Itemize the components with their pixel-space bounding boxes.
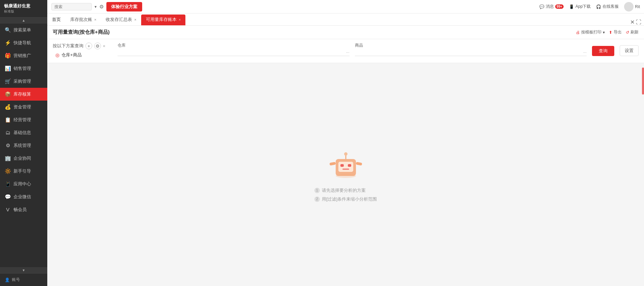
sidebar-label-shortcut: 快捷导航 xyxy=(14,40,31,46)
warehouse-input[interactable] xyxy=(118,50,344,55)
filter-scheme-label: 按以下方案查询 xyxy=(53,43,83,49)
tab-available-ledger[interactable]: 可用量库存账本 × xyxy=(141,15,185,25)
sidebar-label-member: 畅会员 xyxy=(14,207,27,213)
sidebar-icon-shortcut: ⚡ xyxy=(5,40,11,46)
user-avatar-icon: 👤 xyxy=(5,278,10,282)
topbar-user-avatar[interactable]: Rit xyxy=(624,2,640,11)
tab-home[interactable]: 首页 xyxy=(47,15,66,25)
topbar-app-download[interactable]: 📱 App下载 xyxy=(569,4,591,9)
topbar-online-service[interactable]: 🎧 在线客服 xyxy=(596,4,619,9)
right-scrollbar[interactable] xyxy=(642,68,644,95)
sidebar-item-enterprise-wechat[interactable]: 💬 企业微信 xyxy=(0,190,47,203)
sidebar-icon-enterprise: 🏢 xyxy=(5,155,11,161)
empty-state: 1 请先选择要分析的方案 2 用[过滤]条件来缩小分析范围 xyxy=(47,63,644,286)
online-service-label: 在线客服 xyxy=(602,4,619,9)
topbar-dropdown-btn[interactable]: ▾ xyxy=(95,4,97,9)
sidebar-label-inventory: 库存核算 xyxy=(14,91,31,97)
sidebar-item-shortcut[interactable]: ⚡ 快捷导航 xyxy=(0,36,47,49)
sidebar-icon-purchase: 🛒 xyxy=(5,78,11,84)
topbar-messages[interactable]: 💬 消息 99+ xyxy=(539,4,564,9)
sidebar-item-member[interactable]: V 畅会员 xyxy=(0,203,47,216)
filter-left: 按以下方案查询 + ⚙ « ◎ 仓库+商品 xyxy=(53,43,113,59)
tab-batch-ledger[interactable]: 库存批次账 × xyxy=(66,15,101,25)
sidebar-item-system[interactable]: ⚙ 系统管理 xyxy=(0,139,47,152)
sidebar-item-purchase[interactable]: 🛒 采购管理 xyxy=(0,75,47,88)
topbar-gear-btn[interactable]: ⚙ xyxy=(99,4,104,10)
sidebar-item-basic-info[interactable]: 🗂 基础信息 xyxy=(0,126,47,139)
tab-available-ledger-close[interactable]: × xyxy=(179,18,181,22)
refresh-label: 刷新 xyxy=(630,29,639,35)
warehouse-more-btn[interactable]: ··· xyxy=(346,50,349,55)
filter-warehouse-field: 仓库 ··· xyxy=(118,43,350,56)
svg-rect-3 xyxy=(340,164,344,167)
print-btn[interactable]: 🖨 按模板打印 ▾ xyxy=(576,29,605,35)
sidebar-label-operations: 经营管理 xyxy=(14,117,31,123)
sidebar-label-marketing: 营销推广 xyxy=(14,53,31,59)
sidebar-item-app-center[interactable]: 📱 应用中心 xyxy=(0,178,47,190)
app-download-label: App下载 xyxy=(575,4,591,9)
scheme-icon: ◎ xyxy=(55,52,59,58)
brand-sub: 标准版 xyxy=(4,9,43,14)
refresh-btn[interactable]: ↺ 刷新 xyxy=(626,29,639,35)
warehouse-input-row: ··· xyxy=(118,50,350,56)
sidebar-icon-guide: 🔆 xyxy=(5,168,11,174)
tab-close-btn[interactable]: ✕ xyxy=(630,19,635,25)
sidebar-label-sales: 销售管理 xyxy=(14,66,31,72)
svg-point-7 xyxy=(344,152,347,156)
sidebar-item-marketing[interactable]: 🎁 营销推广 xyxy=(0,49,47,62)
page-content: 可用量查询(按仓库+商品) 🖨 按模板打印 ▾ ⬆ 导出 ↺ 刷新 xyxy=(47,26,644,286)
sidebar-item-sales[interactable]: 📊 销售管理 xyxy=(0,62,47,75)
sidebar-scroll-down[interactable]: ▼ xyxy=(0,267,47,273)
goods-input[interactable] xyxy=(355,50,582,55)
tab-receipt-summary-close[interactable]: × xyxy=(134,18,136,22)
sidebar-item-operations[interactable]: 📋 经营管理 xyxy=(0,113,47,126)
sidebar-item-inventory[interactable]: 📦 库存核算 xyxy=(0,88,47,101)
user-display-name: Rit xyxy=(635,4,640,9)
topbar-trial-btn[interactable]: 体验行业方案 xyxy=(106,2,142,11)
empty-tips: 1 请先选择要分析的方案 2 用[过滤]条件来缩小分析范围 xyxy=(314,186,377,204)
main-area: ▾ ⚙ 体验行业方案 💬 消息 99+ 📱 App下载 🎧 在线客服 Rit xyxy=(47,0,644,286)
sidebar-menu: 🔍 搜索菜单 ⚡ 快捷导航 🎁 营销推广 📊 销售管理 🛒 采购管理 📦 库存核… xyxy=(0,24,47,267)
sidebar-label-guide: 新手引导 xyxy=(14,168,31,174)
export-label: 导出 xyxy=(614,29,622,35)
goods-more-btn[interactable]: ··· xyxy=(583,50,587,55)
filter-collapse-btn[interactable]: « xyxy=(103,44,105,48)
tip-text-2: 用[过滤]条件来缩小分析范围 xyxy=(322,195,377,204)
app-download-icon: 📱 xyxy=(569,4,574,9)
sidebar-icon-operations: 📋 xyxy=(5,117,11,123)
headset-icon: 🎧 xyxy=(596,4,601,9)
topbar: ▾ ⚙ 体验行业方案 💬 消息 99+ 📱 App下载 🎧 在线客服 Rit xyxy=(47,0,644,14)
tab-batch-ledger-label: 库存批次账 xyxy=(70,17,92,23)
sidebar-label-app-center: 应用中心 xyxy=(14,181,31,187)
sidebar-label-enterprise-wechat: 企业微信 xyxy=(14,194,31,200)
topbar-search-input[interactable] xyxy=(51,3,92,10)
tab-receipt-summary[interactable]: 收发存汇总表 × xyxy=(101,15,141,25)
sidebar-bottom-user[interactable]: 👤 账号 xyxy=(0,273,47,286)
filter-settings-icon-btn[interactable]: ⚙ xyxy=(94,43,101,49)
tab-maximize-btn[interactable]: ⛶ xyxy=(636,19,641,25)
sidebar-item-search[interactable]: 🔍 搜索菜单 xyxy=(0,24,47,36)
page-title: 可用量查询(按仓库+商品) xyxy=(53,29,110,35)
sidebar-logo: 畅康通好生意 标准版 xyxy=(0,0,47,18)
sidebar-icon-search: 🔍 xyxy=(5,27,11,33)
sidebar-item-guide[interactable]: 🔆 新手引导 xyxy=(0,165,47,178)
export-btn[interactable]: ⬆ 导出 xyxy=(609,29,622,35)
sidebar-scroll-up[interactable]: ▲ xyxy=(0,18,47,24)
sidebar-icon-marketing: 🎁 xyxy=(5,53,11,59)
sidebar-label-purchase: 采购管理 xyxy=(14,78,31,84)
query-btn[interactable]: 查询 xyxy=(592,46,614,56)
sidebar-icon-finance: 💰 xyxy=(5,104,11,110)
filter-right: 仓库 ··· 商品 ··· 查询 设置 xyxy=(118,43,639,56)
svg-rect-4 xyxy=(348,164,351,167)
tab-receipt-summary-label: 收发存汇总表 xyxy=(106,17,132,23)
sidebar-item-finance[interactable]: 💰 资金管理 xyxy=(0,101,47,113)
tab-batch-ledger-close[interactable]: × xyxy=(94,18,96,22)
filter-area: 按以下方案查询 + ⚙ « ◎ 仓库+商品 仓库 ··· xyxy=(47,39,644,63)
settings-btn[interactable]: 设置 xyxy=(620,45,639,56)
filter-scheme-warehouse-goods[interactable]: ◎ 仓库+商品 xyxy=(53,51,113,59)
filter-add-btn[interactable]: + xyxy=(85,43,92,49)
messages-label: 消息 xyxy=(546,4,554,9)
sidebar-label-basic-info: 基础信息 xyxy=(14,130,31,136)
sidebar-item-enterprise[interactable]: 🏢 企业协同 xyxy=(0,152,47,165)
print-icon: 🖨 xyxy=(576,30,580,35)
